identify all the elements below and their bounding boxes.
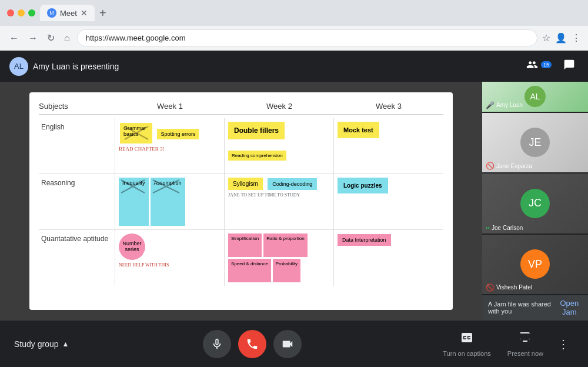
- main-content: Subjects Week 1 Week 2 Week 3 English Gr…: [0, 82, 588, 320]
- vishesh-tile: VP 🚫 Vishesh Patel: [482, 235, 588, 294]
- home-button[interactable]: ⌂: [62, 31, 72, 46]
- tab-close-icon[interactable]: ✕: [81, 8, 88, 18]
- wb-col-week1: Week 1: [115, 102, 225, 111]
- present-now-button[interactable]: Present now: [500, 326, 550, 362]
- forward-button[interactable]: →: [26, 31, 40, 46]
- note-simplification: Simplification: [228, 233, 262, 257]
- presenter-avatar: AL: [9, 57, 28, 76]
- handwriting-james: JANE TO SET UP TIME TO STUDY: [228, 192, 330, 198]
- nav-icons: ☆ 👤 ⋮: [542, 32, 581, 44]
- address-bar[interactable]: https://www.meet.google.com: [77, 29, 537, 46]
- handwriting-help: NEED HELP WITH THIS: [119, 262, 220, 268]
- note-grammar: Grammar basics: [120, 123, 152, 144]
- profile-icon[interactable]: 👤: [555, 32, 567, 44]
- note-probability: Probability: [273, 259, 300, 282]
- amy-name-label: 🎤 Amy Luan: [486, 101, 523, 109]
- note-data-interp: Data Interpretation: [338, 234, 391, 246]
- week3-reasoning-cell: Logic puzzles: [334, 174, 443, 229]
- week3-quant-cell: Data Interpretation: [334, 230, 443, 286]
- present-icon: [518, 331, 532, 348]
- joe-tile: JC •• Joe Carlson: [482, 174, 588, 233]
- captions-label: Turn on captions: [443, 350, 491, 357]
- note-spotting: Spotting errors: [157, 129, 199, 139]
- camera-button[interactable]: [273, 330, 302, 358]
- joe-avatar: JC: [520, 189, 550, 218]
- amy-luan-tile-partial: AL 🎤 Amy Luan: [482, 82, 588, 112]
- note-coding: Coding-decoding: [268, 178, 317, 190]
- joe-name-label: •• Joe Carlson: [486, 225, 523, 231]
- note-ratio: Ratio & proportion: [263, 233, 307, 257]
- joe-name-text: Joe Carlson: [492, 225, 523, 231]
- top-bar: AL Amy Luan is presenting 15: [0, 51, 588, 82]
- week2-english-cell: Double fillers Reading comprehension: [225, 118, 334, 174]
- note-syllogism: Syllogism: [228, 178, 263, 190]
- meet-app: AL Amy Luan is presenting 15 Subjects We…: [0, 51, 588, 367]
- presenter-info: AL Amy Luan is presenting: [9, 57, 119, 76]
- maximize-button[interactable]: [28, 9, 35, 16]
- notification-text: A Jam file was shared with you: [488, 301, 552, 315]
- note-logic: Logic puzzles: [338, 178, 388, 193]
- presentation-area: Subjects Week 1 Week 2 Week 3 English Gr…: [0, 82, 482, 320]
- row-reasoning-label: Reasoning: [39, 174, 115, 229]
- title-bar: M Meet ✕ +: [0, 0, 588, 26]
- top-right-buttons: 15: [523, 55, 579, 77]
- amy-mic-icon: 🎤: [486, 101, 495, 109]
- main-controls: [203, 330, 302, 358]
- week1-english-cell: Grammar basics Spotting errors READ CHAP…: [115, 118, 225, 174]
- bookmark-star-icon[interactable]: ☆: [542, 32, 550, 44]
- active-tab[interactable]: M Meet ✕: [40, 5, 95, 21]
- tab-favicon: M: [47, 8, 56, 18]
- jane-tile: JE 🚫 Jane Esparza: [482, 113, 588, 172]
- people-tab-button[interactable]: 15: [523, 55, 555, 77]
- note-double-fillers: Double fillers: [228, 122, 285, 139]
- chevron-up-icon: ▲: [62, 340, 69, 348]
- note-inequality: Inequality: [119, 178, 149, 226]
- menu-icon[interactable]: ⋮: [572, 32, 581, 44]
- vishesh-name-label: 🚫 Vishesh Patel: [486, 283, 532, 292]
- vishesh-avatar: VP: [520, 249, 550, 279]
- reload-button[interactable]: ↻: [45, 30, 57, 46]
- back-button[interactable]: ←: [7, 31, 21, 46]
- present-label: Present now: [507, 350, 543, 357]
- jane-avatar: JE: [520, 128, 550, 157]
- captions-button[interactable]: Turn on captions: [436, 326, 498, 362]
- jane-name-text: Jane Esparza: [496, 163, 532, 169]
- participant-count: 15: [541, 61, 552, 68]
- week2-reasoning-cell: Syllogism Coding-decoding JANE TO SET UP…: [225, 174, 334, 229]
- amy-name-text: Amy Luan: [496, 102, 523, 108]
- new-tab-button[interactable]: +: [99, 6, 106, 20]
- note-assumption: Assumption: [151, 178, 185, 226]
- sidebar: AL 🎤 Amy Luan JE 🚫 Jane Esparza: [482, 82, 588, 320]
- presenter-text: Amy Luan is presenting: [33, 62, 119, 71]
- tab-title: Meet: [60, 9, 77, 18]
- vishesh-name-text: Vishesh Patel: [496, 284, 532, 291]
- nav-bar: ← → ↻ ⌂ https://www.meet.google.com ☆ 👤 …: [0, 26, 588, 50]
- note-mock-test: Mock test: [338, 122, 379, 138]
- close-button[interactable]: [7, 9, 14, 16]
- more-options-button[interactable]: ⋮: [553, 332, 574, 356]
- traffic-lights: [7, 9, 35, 16]
- jane-name-label: 🚫 Jane Esparza: [486, 162, 532, 170]
- bottom-bar: Study group ▲ Turn on captions: [0, 320, 588, 367]
- chat-button[interactable]: [560, 55, 579, 77]
- wb-col-week3: Week 3: [334, 102, 443, 111]
- wb-col-week2: Week 2: [225, 102, 334, 111]
- whiteboard: Subjects Week 1 Week 2 Week 3 English Gr…: [29, 92, 453, 310]
- tab-area: M Meet ✕ +: [40, 5, 581, 21]
- meeting-name-text: Study group: [14, 339, 59, 349]
- jane-mic-muted-icon: 🚫: [486, 162, 495, 170]
- handwriting-chapter: READ CHAPTER 3!: [119, 146, 220, 152]
- open-jam-button[interactable]: Open Jam: [557, 299, 582, 316]
- joe-mic-icon: ••: [486, 225, 490, 231]
- notification-bar: A Jam file was shared with you Open Jam: [482, 295, 588, 320]
- row-english-label: English: [39, 118, 115, 174]
- note-speed: Speed & distance: [228, 259, 271, 282]
- end-call-button[interactable]: [238, 330, 266, 358]
- captions-icon: [460, 331, 474, 348]
- minimize-button[interactable]: [18, 9, 25, 16]
- week2-quant-cell: Simplification Ratio & proportion Speed …: [225, 230, 334, 286]
- row-quant-label: Quantatative aptitude: [39, 230, 115, 286]
- microphone-button[interactable]: [203, 330, 231, 358]
- note-number-series: Number series: [119, 233, 145, 260]
- week3-english-cell: Mock test: [334, 118, 443, 174]
